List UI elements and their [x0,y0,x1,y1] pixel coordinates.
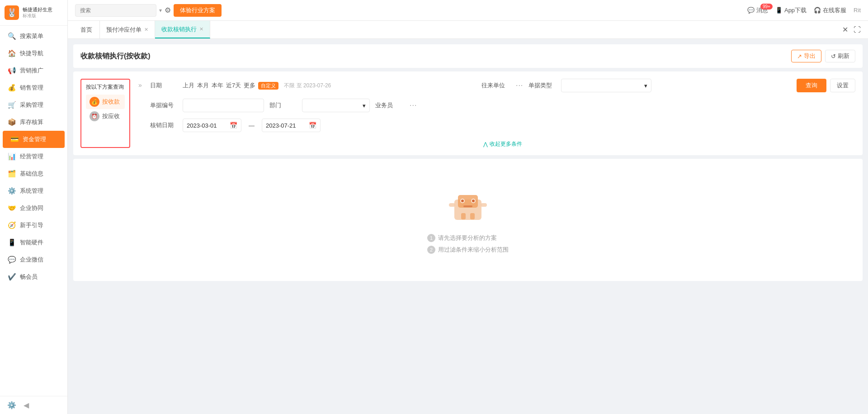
setting-button[interactable]: 设置 [830,79,855,92]
tab-receipt-offset-label: 收款核销执行 [161,25,197,33]
filter-action-btns: 查询 设置 [797,79,855,92]
export-label: 导出 [804,52,816,60]
date-this-year[interactable]: 本年 [212,81,223,90]
sidebar-item-system[interactable]: ⚙️ 系统管理 [0,182,67,200]
search-icon: 🔍 [7,32,16,40]
sidebar-item-purchase[interactable]: 🛒 采购管理 [0,96,67,114]
counterpart-label: 往来单位 [481,81,509,90]
sidebar-item-label: 新手引导 [20,221,43,229]
verify-date-start[interactable]: 2023-03-01 📅 [183,119,241,132]
page-title: 收款核销执行(按收款) [80,52,151,61]
tab-actions: ✕ ⛶ [835,24,868,36]
sidebar-item-business[interactable]: 📊 经营管理 [0,148,67,165]
date-last-month[interactable]: 上月 [183,81,194,90]
app-label: App下载 [784,6,807,14]
system-icon: ⚙️ [7,187,16,195]
dept-select[interactable]: ▾ [302,99,370,112]
chevron-down-icon: ▾ [363,102,366,109]
date-more[interactable]: 更多 [244,81,255,90]
sidebar-item-inventory[interactable]: 📦 库存核算 [0,114,67,131]
collapse-more-button[interactable]: ⋀ 收起更多条件 [483,140,522,148]
filter-collapse-btn[interactable]: » [136,79,145,148]
search-input[interactable] [75,4,156,17]
header-right: 💬 消息 99+ 📱 App下载 🎧 在线客服 Rit [747,6,861,14]
export-icon: ↗ [797,53,802,60]
sidebar-item-label: 搜索菜单 [20,32,43,40]
inventory-icon: 📦 [7,118,16,126]
refresh-button[interactable]: ↺ 刷新 [825,50,855,62]
sidebar: 🐰 畅捷通好生意 标准版 🔍 搜索菜单 🏠 快捷导航 📢 营销推广 💰 销售管理… [0,0,68,414]
sidebar-item-label: 企业协同 [20,204,43,212]
sidebar-item-enterprise[interactable]: 🤝 企业协同 [0,200,67,217]
gear-icon[interactable]: ⚙ [165,6,171,14]
empty-illustration [445,186,491,227]
filter-row-1: 日期 上月 本月 本年 近7天 更多 自定义 不限 至 2023-07-26 往… [150,79,855,92]
date-last-7-days[interactable]: 近7天 [226,81,241,90]
footer-collapse-icon[interactable]: ◀ [24,401,29,409]
refresh-icon: ↺ [831,53,836,60]
query-button[interactable]: 查询 [797,79,826,92]
chevron-down-icon[interactable]: ▾ [159,7,162,14]
filter-row-2: 单据编号 部门 ▾ 业务员 ··· [150,99,855,112]
sidebar-item-guide[interactable]: 🧭 新手引导 [0,217,67,234]
date-this-month[interactable]: 本月 [197,81,209,90]
filter-option-by-receipt[interactable]: 💰 按收款 [86,95,125,109]
footer-settings-icon[interactable]: ⚙️ [7,401,16,409]
svg-rect-9 [461,213,466,219]
page-body: 收款核销执行(按收款) ↗ 导出 ↺ 刷新 按以下方案查询 💰 按收款 [68,39,868,414]
sidebar-item-member[interactable]: ✔️ 畅会员 [0,268,67,286]
tab-close-btn[interactable]: ✕ [840,24,850,36]
tab-prepay-close[interactable]: ✕ [144,27,148,32]
counterpart-dots: ··· [516,81,523,90]
basic-icon: 🗂️ [7,170,16,178]
collapse-more-row: ⋀ 收起更多条件 [150,138,855,148]
doc-type-select[interactable]: ▾ [561,79,651,92]
date-custom-badge[interactable]: 自定义 [258,82,278,90]
svg-rect-10 [470,213,475,219]
sidebar-item-search[interactable]: 🔍 搜索菜单 [0,28,67,45]
sidebar-item-marketing[interactable]: 📢 营销推广 [0,62,67,79]
app-download-btn[interactable]: 📱 App下载 [775,6,807,14]
page-title-actions: ↗ 导出 ↺ 刷新 [791,50,855,62]
sidebar-item-funds[interactable]: 💳 资金管理 [3,131,65,148]
filter-panel: 按以下方案查询 💰 按收款 ⏰ 按应收 » 日期 上月 [73,71,863,155]
main-content: ▾ ⚙ 体验行业方案 💬 消息 99+ 📱 App下载 🎧 在线客服 Rit 首… [68,0,868,414]
filter-option-by-receivable[interactable]: ⏰ 按应收 [86,109,125,124]
service-icon: 🎧 [814,7,821,14]
message-btn[interactable]: 💬 消息 99+ [747,6,768,14]
tab-expand-btn[interactable]: ⛶ [852,24,863,36]
filter-option-by-receivable-label: 按应收 [102,112,120,120]
logo-icon: 🐰 [5,5,19,20]
filter-option-by-receipt-label: 按收款 [102,98,120,106]
page-title-bar: 收款核销执行(按收款) ↗ 导出 ↺ 刷新 [73,44,863,68]
svg-rect-7 [449,203,455,207]
sidebar-item-basic[interactable]: 🗂️ 基础信息 [0,165,67,182]
online-service-btn[interactable]: 🎧 在线客服 [814,6,846,14]
sidebar-item-wechat[interactable]: 💬 企业微信 [0,251,67,268]
tab-prepay[interactable]: 预付冲应付单 ✕ [100,21,155,38]
sidebar-item-shortcut[interactable]: 🏠 快捷导航 [0,45,67,62]
header-search: ▾ ⚙ 体验行业方案 [75,4,742,17]
hint-text-2: 用过滤条件来缩小分析范围 [438,246,509,254]
verify-date-end[interactable]: 2023-07-21 📅 [262,119,321,132]
sidebar-item-label: 库存核算 [20,118,43,126]
industry-btn[interactable]: 体验行业方案 [174,4,222,17]
sidebar-item-hardware[interactable]: 📱 智能硬件 [0,234,67,251]
tab-receipt-offset[interactable]: 收款核销执行 ✕ [155,21,210,38]
sidebar-item-label: 企业微信 [20,256,43,264]
filter-row-3: 核销日期 2023-03-01 📅 — 2023-07-21 📅 [150,119,855,132]
hint-num-2: 2 [427,246,435,254]
calendar-end-icon[interactable]: 📅 [309,122,316,129]
doc-no-input[interactable] [183,99,264,112]
tab-receipt-offset-close[interactable]: ✕ [199,27,203,32]
calendar-start-icon[interactable]: 📅 [230,122,237,129]
export-button[interactable]: ↗ 导出 [791,50,821,62]
tab-home[interactable]: 首页 [73,21,100,38]
home-icon: 🏠 [7,49,16,57]
wechat-icon: 💬 [7,256,16,264]
sidebar-item-sales[interactable]: 💰 销售管理 [0,79,67,96]
tab-home-label: 首页 [80,26,92,34]
receipt-option-icon: 💰 [90,97,99,107]
hint-num-1: 1 [427,234,435,242]
empty-hint-list: 1 请先选择要分析的方案 2 用过滤条件来缩小分析范围 [427,234,509,254]
